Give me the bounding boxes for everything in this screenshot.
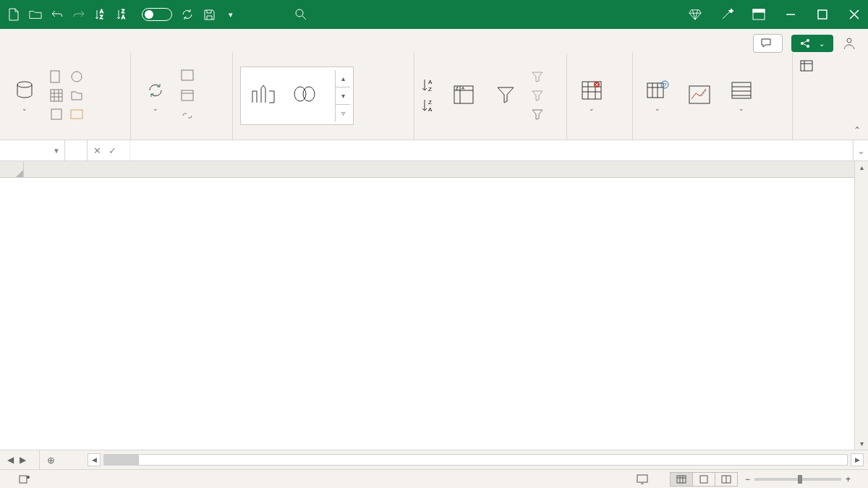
comments-button[interactable] [753, 34, 783, 53]
svg-point-38 [27, 476, 30, 479]
zoom-slider[interactable] [754, 478, 841, 481]
get-data-button[interactable]: ⌄ [7, 79, 42, 112]
ribbon-mode-icon[interactable] [752, 8, 765, 21]
spreadsheet-grid[interactable]: ▴▾ [0, 161, 868, 450]
sort-desc-icon[interactable]: ZA [116, 8, 129, 21]
sort-az-icon[interactable]: AZ [422, 77, 439, 93]
name-box-input[interactable] [4, 145, 51, 157]
name-box[interactable]: ▼ [0, 140, 65, 160]
data-analysis-button[interactable] [800, 60, 817, 72]
share-button[interactable]: ⌄ [791, 35, 833, 52]
horizontal-scrollbar[interactable]: ◀ ▶ [83, 450, 868, 469]
zoom-in-button[interactable]: + [846, 474, 851, 484]
sheet-tab-bar: ◀ ▶ ⊕ ◀ ▶ [0, 450, 868, 469]
formula-bar: ▼ ✕ ✓ ⌄ [0, 140, 868, 161]
new-sheet-button[interactable]: ⊕ [40, 450, 61, 469]
svg-text:A: A [461, 86, 464, 90]
open-file-icon[interactable] [29, 8, 42, 21]
svg-text:Z: Z [122, 9, 125, 14]
data-types-gallery[interactable]: ▴▾▿ [240, 67, 354, 125]
maximize-icon[interactable] [816, 8, 829, 21]
sheet-nav-prev-icon[interactable]: ◀ [7, 455, 14, 465]
expand-formula-icon[interactable]: ⌄ [853, 140, 868, 160]
chevron-down-icon: ⌄ [819, 40, 825, 48]
svg-text:A: A [428, 106, 433, 113]
cancel-formula-icon[interactable]: ✕ [93, 145, 101, 156]
close-icon[interactable] [848, 8, 861, 21]
search-icon[interactable] [294, 8, 307, 21]
collapse-ribbon-icon[interactable]: ⌃ [854, 125, 861, 135]
enter-formula-icon[interactable]: ✓ [109, 145, 116, 156]
svg-rect-17 [71, 110, 82, 119]
svg-text:Z: Z [428, 99, 432, 106]
properties-icon[interactable] [180, 88, 195, 103]
gallery-up-icon[interactable]: ▴ [336, 70, 350, 87]
svg-point-14 [72, 72, 82, 82]
filter-button[interactable] [488, 83, 523, 108]
svg-rect-7 [818, 10, 827, 19]
diamond-icon[interactable] [689, 8, 702, 21]
page-layout-view-button[interactable] [693, 472, 715, 487]
gallery-more-icon[interactable]: ▿ [336, 105, 350, 121]
svg-rect-6 [753, 9, 765, 12]
sort-asc-icon[interactable]: AZ [94, 8, 107, 21]
data-tools-button[interactable]: ⌄ [574, 79, 609, 112]
svg-point-10 [807, 45, 809, 48]
existing-conn-icon[interactable] [49, 107, 64, 121]
undo-icon[interactable] [51, 8, 64, 21]
svg-rect-15 [51, 90, 62, 101]
queries-icon[interactable] [180, 68, 195, 82]
reapply-icon[interactable] [530, 88, 545, 103]
from-web-icon[interactable] [69, 69, 84, 84]
what-if-button[interactable]: ? ⌄ [640, 79, 675, 112]
svg-point-11 [847, 38, 851, 43]
sync-icon[interactable] [181, 8, 194, 21]
select-all-corner[interactable] [0, 161, 24, 178]
sheet-nav-next-icon[interactable]: ▶ [20, 455, 26, 465]
from-table-icon[interactable] [49, 88, 64, 103]
refresh-all-button[interactable]: ⌄ [138, 79, 173, 112]
edit-links-icon[interactable] [180, 108, 195, 123]
svg-text:Z: Z [428, 86, 432, 93]
svg-text:Z: Z [100, 14, 103, 20]
formula-input[interactable] [130, 140, 853, 160]
autosave-toggle[interactable] [137, 8, 172, 21]
svg-rect-18 [182, 70, 193, 80]
save-icon[interactable] [203, 8, 216, 21]
zoom-out-button[interactable]: − [745, 474, 750, 484]
svg-rect-36 [801, 61, 812, 71]
title-bar: AZ ZA ▾ [0, 0, 868, 29]
vertical-scrollbar[interactable]: ▴▾ [854, 161, 868, 450]
redo-icon[interactable] [72, 8, 85, 21]
svg-text:A: A [100, 9, 103, 14]
svg-point-21 [303, 87, 315, 101]
page-break-view-button[interactable] [715, 472, 738, 487]
svg-text:Z: Z [456, 86, 459, 90]
outline-button[interactable]: ⌄ [724, 79, 759, 112]
svg-rect-39 [637, 475, 647, 482]
forecast-sheet-button[interactable] [682, 83, 717, 108]
wand-icon[interactable] [720, 8, 733, 21]
sort-button[interactable]: ZA [446, 83, 481, 108]
display-settings-button[interactable] [637, 474, 651, 484]
new-file-icon[interactable] [7, 8, 20, 21]
recent-sources-icon[interactable] [69, 88, 84, 103]
normal-view-button[interactable] [670, 472, 693, 487]
svg-rect-41 [700, 476, 707, 483]
advanced-filter-icon[interactable] [530, 107, 545, 121]
minimize-icon[interactable] [784, 8, 797, 21]
sort-za-icon[interactable]: ZA [422, 98, 439, 114]
account-icon[interactable] [842, 36, 856, 51]
qat-overflow-icon[interactable]: ▾ [224, 8, 237, 21]
from-picture-icon[interactable] [69, 107, 84, 121]
chevron-down-icon[interactable]: ▼ [53, 147, 60, 155]
gallery-down-icon[interactable]: ▾ [336, 87, 350, 105]
clear-filter-icon[interactable] [530, 69, 545, 84]
macro-record-icon[interactable] [19, 474, 30, 484]
svg-point-8 [807, 39, 809, 42]
from-text-icon[interactable] [49, 69, 64, 84]
svg-rect-16 [51, 109, 61, 119]
ribbon: ⌄ ⌄ [0, 53, 868, 140]
svg-text:A: A [428, 79, 433, 85]
svg-text:A: A [122, 14, 125, 20]
